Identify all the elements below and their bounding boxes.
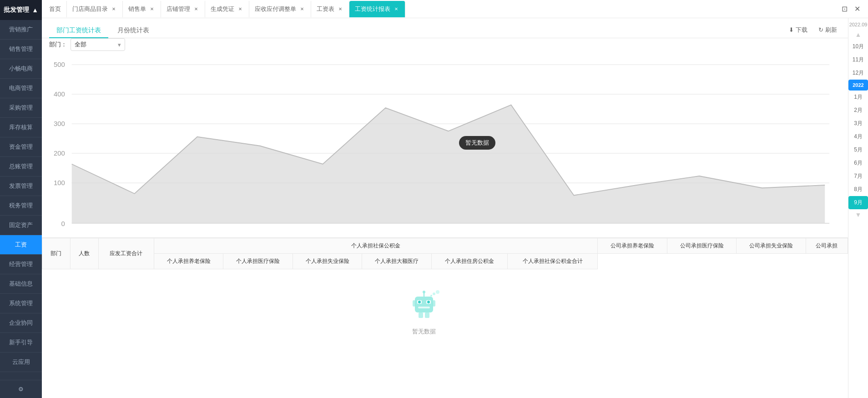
data-table: 部门 人数 应发工资合计 个人承担社保公积金 公司承担养老保险 公司承担医疗保险…: [42, 238, 848, 354]
refresh-button[interactable]: ↻ 刷新: [815, 24, 841, 36]
tab-label: 生成凭证: [211, 5, 234, 13]
filter-row: 部门： 全部 ▾: [42, 38, 848, 55]
sidebar-item-系统管理[interactable]: 系统管理: [0, 294, 42, 313]
cal-month-2022[interactable]: 2022: [848, 80, 868, 91]
svg-text:100: 100: [54, 179, 65, 186]
cal-month-9月[interactable]: 9月: [848, 196, 868, 209]
tab-bar-end: ⊡ ✕: [839, 4, 866, 15]
tab-label: 销售单: [128, 5, 146, 13]
svg-text:0: 0: [61, 220, 65, 227]
cal-month-12月[interactable]: 12月: [848, 66, 868, 80]
sidebar-item-资金管理[interactable]: 资金管理: [0, 137, 42, 157]
svg-point-24: [423, 291, 425, 293]
tab-店铺管理[interactable]: 店铺管理×: [161, 1, 205, 17]
cal-month-1月[interactable]: 1月: [848, 91, 868, 104]
cal-month-11月[interactable]: 11月: [848, 53, 868, 66]
sidebar-item-小畅电商[interactable]: 小畅电商: [0, 59, 42, 79]
sidebar-item-库存核算[interactable]: 库存核算: [0, 118, 42, 137]
right-sidebar-calendar: 2022.09 ▲ 10月11月12月20221月2月3月4月5月6月7月8月9…: [848, 18, 868, 398]
sidebar-item-销售管理[interactable]: 销售管理: [0, 40, 42, 59]
content-area: 部门工资统计表 月份统计表 ⬇ 下载 ↻ 刷新 部门： 全部: [42, 18, 868, 398]
svg-rect-13: [415, 297, 433, 312]
svg-point-26: [433, 292, 435, 295]
col-header-company-unemployment: 公司承担失业保险: [737, 238, 806, 254]
sidebar-title: 批发管理: [4, 6, 29, 14]
sub-tabs: 部门工资统计表 月份统计表 ⬇ 下载 ↻ 刷新: [42, 18, 848, 38]
department-select[interactable]: 全部 ▾: [71, 38, 125, 51]
sidebar-item-云应用[interactable]: 云应用: [0, 353, 42, 372]
svg-rect-16: [418, 307, 430, 308]
sidebar: 批发管理 ▲ 营销推广销售管理小畅电商电商管理采购管理库存核算资金管理总账管理发…: [0, 0, 42, 398]
tab-工资表[interactable]: 工资表×: [311, 1, 349, 17]
cal-month-7月[interactable]: 7月: [848, 170, 868, 183]
cal-month-10月[interactable]: 10月: [848, 40, 868, 53]
tab-close-button[interactable]: ×: [111, 6, 117, 12]
svg-text:200: 200: [54, 149, 65, 157]
download-button[interactable]: ⬇ 下载: [785, 24, 811, 36]
cal-month-6月[interactable]: 6月: [848, 156, 868, 170]
sidebar-item-企业协同[interactable]: 企业协同: [0, 313, 42, 333]
svg-text:400: 400: [54, 90, 65, 98]
col-header-company-pension: 公司承担养老保险: [598, 238, 667, 254]
tab-label: 门店商品目录: [72, 5, 108, 13]
sidebar-item-基础信息[interactable]: 基础信息: [0, 274, 42, 294]
tab-门店商品目录[interactable]: 门店商品目录×: [67, 1, 123, 17]
tab-label: 店铺管理: [167, 5, 190, 13]
tab-close-button[interactable]: ×: [299, 6, 305, 12]
tab-close-button[interactable]: ×: [193, 6, 199, 12]
sidebar-item-固定资产[interactable]: 固定资产: [0, 216, 42, 235]
chart-no-data-tooltip: 暂无数据: [459, 136, 495, 150]
tab-label: 应收应付调整单: [255, 5, 296, 13]
col-header-personal-major-medical: 个人承担大额医疗: [362, 254, 432, 269]
tab-bar: 首页门店商品目录×销售单×店铺管理×生成凭证×应收应付调整单×工资表×工资统计报…: [42, 0, 868, 18]
svg-rect-19: [419, 312, 423, 318]
window-restore-button[interactable]: ⊡: [839, 4, 850, 15]
empty-state-text: 暂无数据: [412, 327, 436, 336]
tab-close-button[interactable]: ×: [337, 6, 343, 12]
tab-close-button[interactable]: ×: [237, 6, 243, 12]
tab-应收应付调整单[interactable]: 应收应付调整单×: [249, 1, 311, 17]
sub-tab-department[interactable]: 部门工资统计表: [49, 24, 108, 38]
cal-month-8月[interactable]: 8月: [848, 183, 868, 196]
tab-close-button[interactable]: ×: [393, 6, 399, 12]
sidebar-header[interactable]: 批发管理 ▲: [0, 0, 42, 20]
svg-point-25: [430, 295, 432, 297]
sidebar-item-采购管理[interactable]: 采购管理: [0, 98, 42, 118]
sidebar-item-发票管理[interactable]: 发票管理: [0, 176, 42, 196]
svg-rect-17: [413, 300, 415, 307]
cal-month-2月[interactable]: 2月: [848, 104, 868, 117]
tab-销售单[interactable]: 销售单×: [123, 1, 161, 17]
svg-rect-18: [433, 300, 435, 307]
col-header-company-medical: 公司承担医疗保险: [667, 238, 737, 254]
cal-current-date[interactable]: 2022.09: [848, 20, 868, 29]
sidebar-item-工资[interactable]: 工资: [0, 235, 42, 255]
sidebar-item-总账管理[interactable]: 总账管理: [0, 157, 42, 176]
cal-month-5月[interactable]: 5月: [848, 143, 868, 156]
sidebar-footer-settings[interactable]: ⚙: [0, 380, 42, 398]
tab-close-button[interactable]: ×: [149, 6, 155, 12]
cal-up-arrow[interactable]: ▲: [853, 29, 863, 40]
sidebar-item-税务管理[interactable]: 税务管理: [0, 196, 42, 216]
cal-down-arrow[interactable]: ▼: [853, 209, 863, 220]
sub-tab-month[interactable]: 月份统计表: [110, 24, 156, 38]
tab-label: 首页: [49, 5, 61, 13]
tab-首页[interactable]: 首页: [44, 1, 67, 17]
main-area: 首页门店商品目录×销售单×店铺管理×生成凭证×应收应付调整单×工资表×工资统计报…: [42, 0, 868, 398]
svg-point-22: [427, 301, 430, 303]
cal-month-4月[interactable]: 4月: [848, 130, 868, 143]
download-icon: ⬇: [789, 26, 794, 33]
window-close-button[interactable]: ✕: [852, 4, 863, 15]
tab-生成凭证[interactable]: 生成凭证×: [205, 1, 249, 17]
sidebar-item-经营管理[interactable]: 经营管理: [0, 255, 42, 274]
svg-point-21: [418, 301, 421, 303]
table-wrapper: 部门 人数 应发工资合计 个人承担社保公积金 公司承担养老保险 公司承担医疗保险…: [42, 237, 848, 354]
col-header-personal-total: 个人承担社保公积金合计: [508, 254, 598, 269]
sidebar-collapse-icon[interactable]: ▲: [32, 6, 38, 14]
department-select-value: 全部: [75, 40, 86, 49]
cal-month-3月[interactable]: 3月: [848, 117, 868, 130]
sidebar-item-新手引导[interactable]: 新手引导: [0, 333, 42, 353]
tab-工资统计报表[interactable]: 工资统计报表×: [349, 1, 405, 17]
sidebar-item-电商管理[interactable]: 电商管理: [0, 79, 42, 98]
sidebar-item-营销推广[interactable]: 营销推广: [0, 20, 42, 40]
col-header-total-salary: 应发工资合计: [98, 238, 154, 269]
